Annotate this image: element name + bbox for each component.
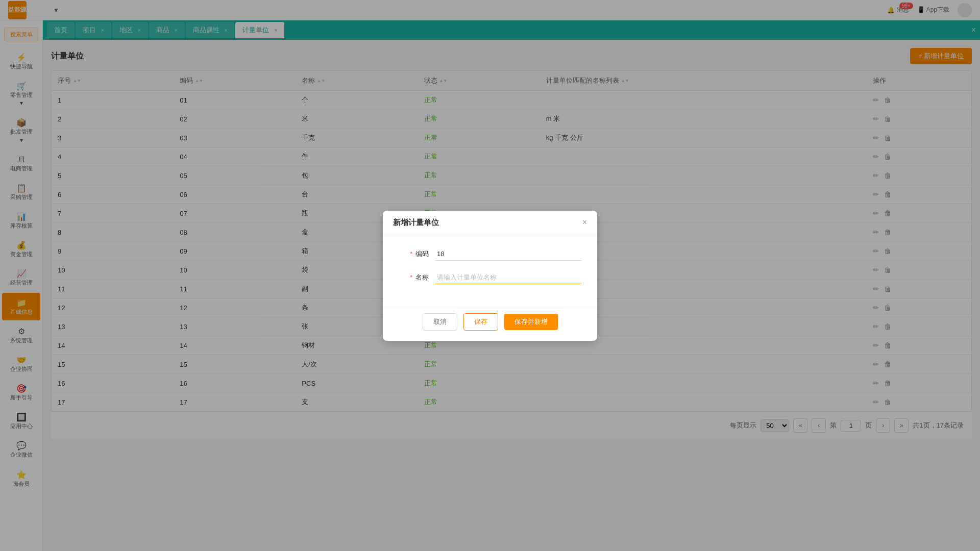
dialog-close-button[interactable]: ×: [582, 218, 587, 227]
dialog-header: 新增计量单位 ×: [383, 211, 597, 235]
form-label-code: * 编码: [398, 249, 429, 259]
save-button[interactable]: 保存: [463, 313, 498, 331]
required-mark: *: [410, 273, 412, 281]
cancel-button[interactable]: 取消: [423, 313, 457, 331]
name-label-text: 名称: [415, 273, 429, 281]
required-mark: *: [410, 250, 412, 258]
dialog-footer: 取消 保存 保存并新增: [383, 307, 597, 341]
save-add-button[interactable]: 保存并新增: [504, 314, 558, 330]
dialog: 新增计量单位 × * 编码 * 名称 取消 保存 保存并新增: [383, 211, 597, 341]
name-input[interactable]: [435, 271, 582, 284]
form-row-code: * 编码: [398, 247, 582, 261]
code-input[interactable]: [435, 247, 582, 261]
dialog-title: 新增计量单位: [393, 218, 439, 228]
dialog-body: * 编码 * 名称: [383, 235, 597, 307]
form-label-name: * 名称: [398, 273, 429, 282]
code-label-text: 编码: [415, 250, 429, 258]
form-row-name: * 名称: [398, 271, 582, 284]
modal-overlay[interactable]: 新增计量单位 × * 编码 * 名称 取消 保存 保存并新增: [0, 0, 980, 551]
